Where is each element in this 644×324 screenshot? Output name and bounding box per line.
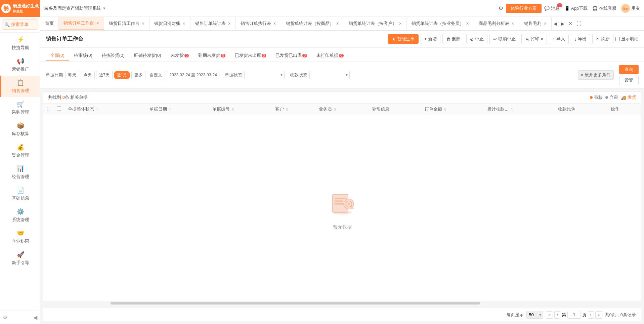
tab-prev-button[interactable]: ◀	[552, 18, 559, 29]
date-today-btn[interactable]: 今天	[81, 71, 95, 79]
import-button[interactable]: ↑ 导入	[549, 34, 569, 44]
print-button[interactable]: 🖨 打印 ▾	[521, 34, 547, 44]
sidebar-item-sales[interactable]: 📋 销售管理	[0, 76, 40, 97]
tab-cash-daily[interactable]: 钱货日清工作台 ✕	[104, 17, 149, 30]
tab-reconcile[interactable]: 钱货日清对账 ✕	[149, 17, 190, 30]
date-1month-btn[interactable]: 近1月	[114, 71, 130, 79]
filter-tab-pending-review[interactable]: 待审核(0)	[69, 50, 97, 61]
tab-sales-product[interactable]: 销货单统计表（按商品） ✕	[281, 17, 344, 30]
search-menu-button[interactable]: 🔍 搜索菜单	[2, 19, 38, 30]
number-sort-icon[interactable]: ⇅	[232, 108, 234, 111]
sidebar-item-marketing[interactable]: 📢 营销推广	[0, 54, 40, 76]
filter-tab-shipped-not-out[interactable]: 已发货未出库0	[230, 50, 271, 61]
tab-close-all-button[interactable]: ✕	[566, 18, 574, 29]
cancel-review-button[interactable]: 弃审	[605, 94, 618, 100]
setting-button[interactable]: 设置	[619, 76, 639, 85]
delete-button[interactable]: 🗑 删除	[442, 34, 464, 44]
tab-close-sales-customer[interactable]: ✕	[399, 22, 402, 26]
tab-gross-margin[interactable]: 商品毛利分析表 ✕	[474, 17, 519, 30]
tab-close-gross-margin[interactable]: ✕	[511, 22, 514, 26]
collected-sort-icon[interactable]: ⇅	[510, 108, 513, 111]
ship-button[interactable]: 🚚 发货	[621, 94, 636, 100]
search-button[interactable]: 查询	[619, 65, 639, 74]
select-all-checkbox[interactable]	[57, 107, 61, 111]
guide-icon: 🚀	[17, 251, 24, 258]
payment-select[interactable]	[309, 71, 350, 79]
sidebar-item-operations[interactable]: 📊 经营管理	[0, 162, 40, 183]
sidebar-item-purchase[interactable]: 🛒 采购管理	[0, 97, 40, 119]
tab-close-sales-profit[interactable]: ✕	[544, 22, 547, 26]
tab-close-order-exec[interactable]: ✕	[273, 22, 276, 26]
shipped-out-badge: 0	[302, 54, 307, 57]
message-item[interactable]: 💬 消息 6	[544, 5, 560, 11]
sidebar-item-system[interactable]: ⚙️ 系统管理	[0, 205, 40, 226]
tab-order-exec[interactable]: 销售订单执行表 ✕	[236, 17, 281, 30]
date-yesterday-btn[interactable]: 昨天	[65, 71, 79, 79]
tab-close-sales-staff[interactable]: ✕	[466, 22, 469, 26]
scrollbar-thumb[interactable]	[111, 302, 480, 305]
status-select[interactable]	[244, 71, 285, 79]
user-menu[interactable]: Ea 用友	[621, 4, 640, 13]
settings-icon[interactable]: ⚙	[3, 314, 7, 321]
last-page-button[interactable]: »	[595, 311, 602, 319]
date-7days-btn[interactable]: 近7天	[96, 71, 113, 79]
page-label: 第	[562, 312, 566, 318]
tab-next-button[interactable]: ▶	[559, 18, 566, 29]
sidebar-item-basic-info[interactable]: 📄 基础信息	[0, 183, 40, 205]
first-page-button[interactable]: «	[546, 311, 553, 319]
print-dropdown-icon: ▾	[541, 37, 543, 42]
new-button[interactable]: + 新增	[421, 34, 440, 44]
stop-button[interactable]: ⊘ 中止	[466, 34, 487, 44]
date-custom-btn[interactable]: 自定义	[147, 71, 165, 79]
status-sort-icon[interactable]: ⇅	[96, 108, 99, 111]
smart-generate-button[interactable]: ★ 智能生单	[388, 34, 419, 44]
filter-tab-unshipped[interactable]: 未发货0	[166, 50, 194, 61]
tab-close-cash-daily[interactable]: ✕	[141, 22, 144, 26]
cancel-stop-button[interactable]: ↩ 取消中止	[489, 34, 519, 44]
tab-close-order-stats[interactable]: ✕	[228, 22, 231, 26]
page-number-input[interactable]	[567, 311, 581, 319]
horizontal-scrollbar[interactable]	[43, 301, 641, 305]
filter-tab-wangpu[interactable]: 旺铺待发货(0)	[129, 50, 166, 61]
date-sort-icon[interactable]: ⇅	[169, 108, 172, 111]
app-download-item[interactable]: 📱 App下载	[564, 5, 588, 11]
sidebar-item-quick-nav[interactable]: ⚡ 快捷导航	[0, 33, 40, 54]
sidebar-item-inventory[interactable]: 📦 库存核算	[0, 119, 40, 140]
tab-close-sales-order[interactable]: ✕	[96, 21, 99, 26]
tab-sales-staff[interactable]: 销货单统计表（按业务员） ✕	[407, 17, 474, 30]
filter-tab-all[interactable]: 全部(0)	[46, 50, 69, 61]
online-service-item[interactable]: 🎧 在线客服	[592, 5, 616, 11]
review-button[interactable]: 审核	[590, 94, 603, 100]
tab-sales-profit[interactable]: 销售毛利 ✕	[519, 17, 552, 30]
filter-tab-pending-check[interactable]: 待拣验货(0)	[97, 50, 129, 61]
filter-tab-unprinted[interactable]: 未打印单据0	[312, 50, 348, 61]
show-detail-checkbox[interactable]: 显示明细	[615, 36, 639, 42]
prev-page-button[interactable]: ‹	[554, 311, 560, 319]
date-more-btn[interactable]: 更多	[131, 71, 145, 79]
tab-sales-order[interactable]: 销售订单工作台 ✕	[59, 17, 104, 30]
tab-order-stats[interactable]: 销售订单统计表 ✕	[190, 17, 236, 30]
customer-sort-icon[interactable]: ⇅	[286, 108, 288, 111]
page-size-select[interactable]: 50 100	[526, 311, 543, 319]
title-dropdown-icon[interactable]: ▾	[103, 6, 105, 11]
export-button[interactable]: ↓ 导出	[571, 34, 591, 44]
show-detail-input[interactable]	[615, 37, 620, 41]
collapse-icon[interactable]: ◀	[33, 314, 37, 321]
salesperson-sort-icon[interactable]: ⇅	[334, 108, 336, 111]
tab-close-reconcile[interactable]: ✕	[182, 22, 185, 26]
filter-tab-overdue[interactable]: 到期未发货0	[194, 50, 230, 61]
tab-close-sales-product[interactable]: ✕	[336, 22, 339, 26]
expand-conditions-button[interactable]: ▾ 展开更多条件	[578, 70, 614, 80]
filter-tab-shipped-out[interactable]: 已发货已出库0	[271, 50, 312, 61]
tab-home[interactable]: 首页	[40, 17, 59, 30]
next-page-button[interactable]: ›	[588, 311, 594, 319]
tab-maximize-button[interactable]: ⛶	[574, 18, 583, 29]
industry-button[interactable]: 体验行业方案	[506, 4, 542, 13]
refresh-button[interactable]: ↻ 刷新	[592, 34, 613, 44]
amount-sort-icon[interactable]: ⇅	[444, 108, 446, 111]
gear-icon[interactable]: ⚙	[499, 5, 503, 11]
tab-sales-customer[interactable]: 销货单统计表（按客户） ✕	[344, 17, 407, 30]
sidebar-item-collab[interactable]: 🤝 企业协同	[0, 226, 40, 248]
sidebar-item-guide[interactable]: 🚀 新手引导	[0, 248, 40, 269]
sidebar-item-finance[interactable]: 💰 资金管理	[0, 140, 40, 162]
